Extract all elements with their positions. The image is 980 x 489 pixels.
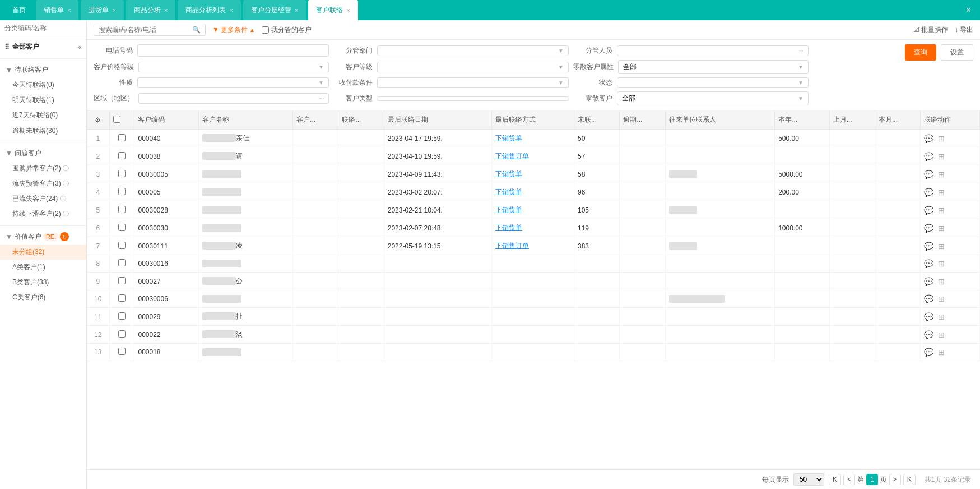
last-method-link[interactable]: 下销售订单 (495, 152, 529, 160)
nav-home[interactable]: 首页 (4, 0, 34, 20)
sidebar-item-churn-warning[interactable]: 流失预警客户(3) ⓘ (0, 176, 86, 191)
field-manager-control[interactable]: ··· (617, 45, 809, 56)
nav-tab-customer-tier[interactable]: 客户分层经营 × (243, 0, 306, 20)
main-search-input[interactable] (99, 26, 192, 34)
export-btn[interactable]: ↓ 导出 (955, 25, 973, 35)
grid-action-icon[interactable]: ⊞ (938, 224, 945, 233)
field-nature-control[interactable]: ▼ (137, 77, 329, 88)
row-checkbox[interactable] (118, 259, 126, 266)
close-icon[interactable]: × (295, 7, 298, 13)
field-phone-input[interactable] (142, 47, 324, 54)
row-checkbox[interactable] (118, 277, 126, 284)
col-checkbox[interactable] (109, 110, 134, 130)
nav-tab-customer-contact[interactable]: 客户联络 × (308, 0, 357, 20)
message-icon[interactable]: 💬 (924, 170, 933, 179)
sidebar-all-customers[interactable]: ⠿ 全部客户 « (0, 39, 86, 55)
search-icon[interactable]: 🔍 (192, 26, 201, 34)
grid-action-icon[interactable]: ⊞ (938, 294, 945, 303)
message-icon[interactable]: 💬 (924, 152, 933, 161)
sidebar-item-overdue[interactable]: 逾期未联络(30) (0, 123, 86, 139)
message-icon[interactable]: 💬 (924, 330, 933, 339)
grid-action-icon[interactable]: ⊞ (938, 277, 945, 286)
grid-action-icon[interactable]: ⊞ (938, 170, 945, 179)
sidebar-search-box[interactable]: 🔍 (0, 20, 86, 36)
prev-page-btn[interactable]: < (843, 474, 855, 485)
message-icon[interactable]: 💬 (924, 134, 933, 143)
close-icon[interactable]: × (164, 7, 168, 13)
last-method-link[interactable]: 下销货单 (495, 188, 522, 196)
message-icon[interactable]: 💬 (924, 206, 933, 215)
sidebar-item-tomorrow[interactable]: 明天待联络(1) (0, 93, 86, 108)
close-icon[interactable]: × (67, 7, 71, 13)
field-phone-control[interactable] (137, 44, 329, 57)
nav-tab-purchase[interactable]: 进货单 × (81, 0, 123, 20)
reset-button[interactable]: 设置 (941, 44, 973, 61)
close-icon[interactable]: × (346, 7, 350, 13)
close-all-tabs[interactable]: × (962, 5, 976, 15)
grid-action-icon[interactable]: ⊞ (938, 206, 945, 215)
row-checkbox[interactable] (118, 330, 126, 338)
main-search-box[interactable]: 🔍 (94, 24, 206, 36)
row-checkbox[interactable] (118, 224, 126, 231)
search-button[interactable]: 查询 (905, 44, 936, 61)
sidebar-item-group-b[interactable]: B类客户(33) (0, 275, 86, 290)
grid-action-icon[interactable]: ⊞ (938, 312, 945, 321)
message-icon[interactable]: 💬 (924, 188, 933, 197)
more-filter-btn[interactable]: ▼ 更多条件 ▲ (212, 25, 255, 35)
sidebar-item-hoarding[interactable]: 囤购异常客户(2) ⓘ (0, 161, 86, 176)
field-retail-customer-control[interactable]: 全部 ▼ (617, 91, 809, 105)
grid-action-icon[interactable]: ⊞ (938, 152, 945, 161)
last-page-btn[interactable]: K (903, 474, 916, 485)
sidebar-item-churned[interactable]: 已流失客户(24) ⓘ (0, 191, 86, 206)
nav-tab-analysis[interactable]: 商品分析 × (126, 0, 175, 20)
row-checkbox[interactable] (118, 188, 126, 195)
last-method-link[interactable]: 下销货单 (495, 134, 522, 142)
field-customer-type-control[interactable] (377, 96, 569, 101)
field-status-control[interactable]: ▼ (617, 77, 809, 88)
sidebar-item-declining[interactable]: 持续下滑客户(2) ⓘ (0, 206, 86, 222)
last-method-link[interactable]: 下销售订单 (495, 242, 529, 250)
nav-tab-sales[interactable]: 销售单 × (36, 0, 78, 20)
page-size-select[interactable]: 50 100 (793, 473, 824, 486)
sidebar-value-header[interactable]: ▼ 价值客户 RE. ↻ (0, 229, 86, 245)
row-checkbox[interactable] (118, 294, 126, 302)
field-retail-attr-control[interactable]: 全部 ▼ (618, 60, 809, 74)
row-checkbox[interactable] (118, 134, 126, 141)
sidebar-item-group-a[interactable]: A类客户(1) (0, 260, 86, 275)
grid-action-icon[interactable]: ⊞ (938, 134, 945, 143)
row-checkbox[interactable] (118, 312, 126, 320)
first-page-btn[interactable]: K (829, 474, 841, 485)
field-region-control[interactable]: ··· (138, 93, 329, 104)
sidebar-waiting-header[interactable]: ▼ 待联络客户 (0, 62, 86, 77)
grid-action-icon[interactable]: ⊞ (938, 348, 945, 357)
message-icon[interactable]: 💬 (924, 312, 933, 321)
sidebar-search-input[interactable] (4, 24, 87, 32)
settings-col-header[interactable]: ⚙ (87, 110, 109, 130)
grid-action-icon[interactable]: ⊞ (938, 188, 945, 197)
nav-tab-analysis-list[interactable]: 商品分析列表 × (178, 0, 240, 20)
sidebar-item-ungroup[interactable]: 未分组(32) (0, 245, 86, 260)
field-payment-control[interactable]: ▼ (377, 77, 569, 88)
message-icon[interactable]: 💬 (924, 242, 933, 251)
last-method-link[interactable]: 下销货单 (495, 170, 522, 178)
batch-op-btn[interactable]: ☑ 批量操作 (913, 25, 948, 35)
row-checkbox[interactable] (118, 170, 126, 177)
grid-action-icon[interactable]: ⊞ (938, 242, 945, 251)
row-checkbox[interactable] (118, 152, 126, 159)
row-checkbox[interactable] (118, 242, 126, 249)
field-customer-level-control[interactable]: ▼ (377, 62, 569, 72)
message-icon[interactable]: 💬 (924, 294, 933, 303)
refresh-icon[interactable]: ↻ (60, 232, 69, 241)
message-icon[interactable]: 💬 (924, 259, 933, 268)
sidebar-item-group-c[interactable]: C类客户(6) (0, 290, 86, 305)
last-method-link[interactable]: 下销货单 (495, 224, 522, 232)
grid-action-icon[interactable]: ⊞ (938, 259, 945, 268)
message-icon[interactable]: 💬 (924, 224, 933, 233)
sidebar-item-today[interactable]: 今天待联络(0) (0, 77, 86, 93)
select-all-checkbox[interactable] (113, 116, 120, 123)
row-checkbox[interactable] (118, 206, 126, 213)
grid-action-icon[interactable]: ⊞ (938, 330, 945, 339)
next-page-btn[interactable]: > (889, 474, 901, 485)
last-method-link[interactable]: 下销货单 (495, 206, 522, 214)
close-icon[interactable]: × (229, 7, 233, 13)
